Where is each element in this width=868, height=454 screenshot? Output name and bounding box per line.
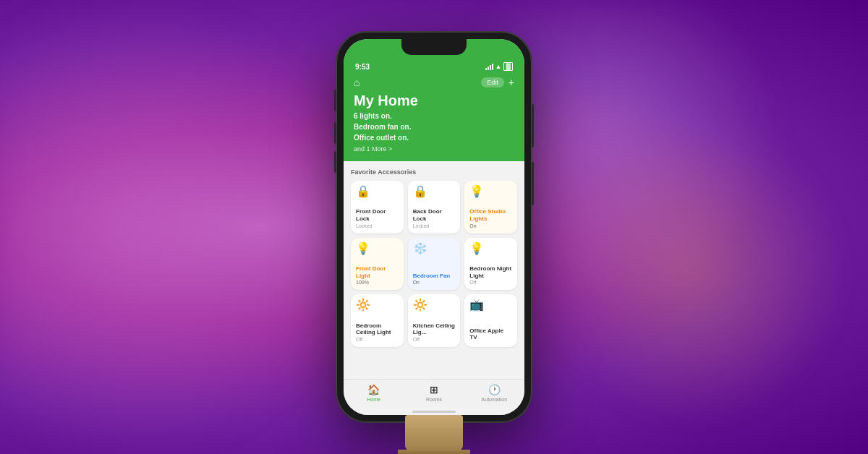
- tile-status: Off: [469, 280, 512, 285]
- tile-status: On: [413, 280, 456, 285]
- tab-home[interactable]: 🏠 Home: [344, 384, 404, 402]
- tile-name: Front Door Lock: [356, 208, 399, 222]
- battery-icon: ▓: [503, 62, 513, 71]
- tile-name: Front Door Light: [356, 265, 399, 279]
- tile-status: Off: [356, 337, 399, 342]
- more-link[interactable]: and 1 More >: [354, 145, 514, 153]
- ceiling-light-icon: 🔆: [413, 299, 456, 311]
- tile-name: Office Studio Lights: [469, 208, 512, 222]
- iphone-body: 9:53 ▲ ▓ ⌂ Edit: [336, 32, 532, 422]
- header-top: ⌂ Edit +: [354, 77, 514, 88]
- tile-bedroom-night-light[interactable]: 💡 Bedroom Night Light Off: [464, 238, 517, 291]
- tile-name: Bedroom Ceiling Light: [356, 322, 399, 336]
- tab-automation[interactable]: 🕐 Automation: [464, 384, 524, 402]
- tab-bar: 🏠 Home ⊞ Rooms 🕐 Automation: [344, 379, 524, 408]
- status-time: 9:53: [355, 63, 370, 71]
- tile-status: Locked: [356, 223, 399, 228]
- tile-name: Bedroom Fan: [413, 273, 456, 280]
- tile-office-studio-lights[interactable]: 💡 Office Studio Lights On: [464, 181, 517, 234]
- bulb-on-icon: 💡: [356, 243, 399, 254]
- status-line-3: Office outlet on.: [354, 134, 409, 142]
- tile-back-door-lock[interactable]: 🔒 Back Door Lock Locked: [408, 181, 461, 234]
- add-button[interactable]: +: [509, 77, 514, 88]
- tile-front-door-light[interactable]: 💡 Front Door Light 100%: [351, 238, 404, 291]
- home-title: My Home: [354, 93, 514, 108]
- header-buttons: Edit +: [481, 77, 514, 88]
- header-area: ⌂ Edit + My Home 6 lights on. Bedroom fa…: [344, 74, 524, 161]
- rooms-tab-icon: ⊞: [430, 384, 438, 395]
- tile-status: 100%: [356, 280, 399, 285]
- appletv-icon: 📺: [469, 299, 512, 311]
- bulb-off-icon: 💡: [469, 243, 512, 254]
- ceiling-light-icon: 🔆: [356, 299, 399, 311]
- lock-icon: 🔒: [413, 186, 456, 197]
- bulb-on-icon: 💡: [469, 186, 512, 197]
- notch-area: [344, 39, 524, 61]
- phone-mockup: 9:53 ▲ ▓ ⌂ Edit: [336, 32, 532, 422]
- home-status: 6 lights on. Bedroom fan on. Office outl…: [354, 111, 514, 143]
- tile-name: Back Door Lock: [413, 208, 456, 222]
- tile-status: Locked: [413, 223, 456, 228]
- home-tab-icon: 🏠: [367, 384, 380, 395]
- tab-rooms[interactable]: ⊞ Rooms: [404, 384, 464, 402]
- phone-stand: [405, 415, 463, 451]
- tile-status: On: [469, 223, 512, 228]
- tab-automation-label: Automation: [482, 397, 507, 402]
- accessories-grid: 🔒 Front Door Lock Locked 🔒 Back Door Loc…: [351, 181, 517, 347]
- tile-kitchen-ceiling-light[interactable]: 🔆 Kitchen Ceiling Lig... Off: [408, 294, 461, 347]
- status-line-2: Bedroom fan on.: [354, 123, 411, 131]
- tab-rooms-label: Rooms: [426, 397, 442, 402]
- tile-status: Off: [413, 337, 456, 342]
- tile-name: Office Apple TV: [469, 327, 512, 341]
- favorites-section-title: Favorite Accessories: [351, 168, 517, 176]
- screen: 9:53 ▲ ▓ ⌂ Edit: [344, 39, 524, 415]
- tile-bedroom-fan[interactable]: ❄️ Bedroom Fan On: [408, 238, 461, 291]
- status-line-1: 6 lights on.: [354, 112, 392, 120]
- tile-office-apple-tv[interactable]: 📺 Office Apple TV: [464, 294, 517, 347]
- edit-button[interactable]: Edit: [481, 77, 504, 87]
- status-bar: 9:53 ▲ ▓: [344, 61, 524, 74]
- notch: [401, 39, 467, 55]
- tile-name: Kitchen Ceiling Lig...: [413, 322, 456, 336]
- home-indicator-bar: [412, 411, 456, 413]
- main-content: Favorite Accessories 🔒 Front Door Lock L…: [344, 161, 524, 379]
- home-indicator: [344, 408, 524, 415]
- fan-icon: ❄️: [413, 243, 456, 254]
- tile-front-door-lock[interactable]: 🔒 Front Door Lock Locked: [351, 181, 404, 234]
- tile-bedroom-ceiling-light[interactable]: 🔆 Bedroom Ceiling Light Off: [351, 294, 404, 347]
- tile-name: Bedroom Night Light: [469, 265, 512, 279]
- tab-home-label: Home: [367, 397, 380, 402]
- wifi-icon: ▲: [495, 63, 502, 70]
- automation-tab-icon: 🕐: [488, 384, 501, 395]
- signal-icon: [485, 64, 493, 70]
- status-icons: ▲ ▓: [485, 62, 513, 71]
- lock-icon: 🔒: [356, 186, 399, 197]
- home-small-icon[interactable]: ⌂: [354, 77, 359, 88]
